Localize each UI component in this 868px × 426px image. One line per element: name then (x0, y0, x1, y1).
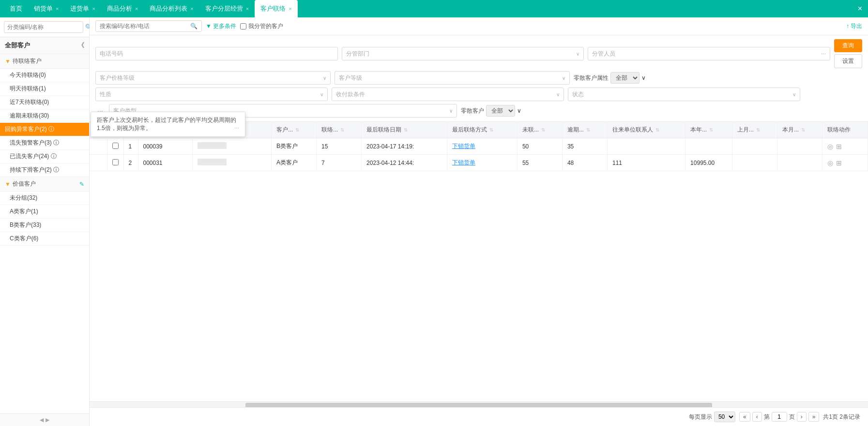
lastcontactmethod-cell[interactable]: 下销货单 (447, 155, 518, 171)
close-icon[interactable]: × (92, 6, 95, 12)
sidebar-item-c-class[interactable]: C类客户(6) (0, 232, 89, 246)
contact-icon[interactable]: ◎ (827, 143, 833, 150)
first-page-button[interactable]: « (739, 412, 750, 422)
settings-button[interactable]: 设置 (834, 54, 862, 68)
sidebar-item-churned[interactable]: 已流失客户(24) ⓘ (0, 150, 89, 163)
lastcontactmethod-cell[interactable]: 下销货单 (447, 138, 518, 155)
sidebar-item-today-contact[interactable]: 今天待联络(0) (0, 69, 89, 82)
prev-page-button[interactable]: ‹ (752, 412, 762, 422)
lastmonth-cell (732, 155, 777, 171)
lastcontactdate-cell: 2023-04-17 14:19: (362, 138, 447, 155)
payment-terms-field[interactable]: 收付款条件 ∨ (332, 88, 564, 101)
table-thismonth-col[interactable]: 本月... ⇅ (777, 122, 822, 138)
status-field[interactable]: 状态 ∨ (568, 88, 800, 101)
horizontal-scrollbar[interactable] (90, 401, 868, 407)
retail-attr-field[interactable]: 零散客户属性 全部 ∨ (574, 72, 800, 84)
sidebar-item-b-class[interactable]: B类客户(33) (0, 219, 89, 232)
sort-icon: ⇅ (756, 127, 760, 132)
more-conditions-button[interactable]: ▼ 更多条件 (206, 22, 236, 30)
index-cell: 1 (123, 138, 138, 155)
search-input[interactable] (100, 23, 190, 29)
retail-attr-select[interactable]: 全部 (610, 72, 640, 84)
sidebar-item-repurchase-abnormal[interactable]: 回购异常客户(2) ⓘ (0, 123, 89, 136)
nav-customer-tier[interactable]: 客户分层经营 × (199, 0, 255, 17)
table-unitcontact-col[interactable]: 往来单位联系人 ⇅ (608, 122, 685, 138)
retail-customer-field[interactable]: 零散客户 全部 ∨ (461, 105, 800, 117)
page-size-select[interactable]: 50 (714, 411, 735, 422)
name-cell (192, 155, 271, 171)
row-checkbox[interactable] (112, 159, 119, 165)
close-all-button[interactable]: × (858, 4, 862, 13)
query-button[interactable]: 查询 (834, 39, 862, 52)
export-button[interactable]: ↑ 导出 (846, 22, 862, 30)
table-lastmonth-col[interactable]: 上月... ⇅ (732, 122, 777, 138)
checkbox-cell[interactable] (107, 155, 123, 171)
nav-sales-order[interactable]: 销货单 × (28, 0, 64, 17)
sidebar-item-overdue-contact[interactable]: 逾期未联络(30) (0, 109, 89, 123)
phone-field[interactable]: 电话号码 (95, 47, 338, 60)
nav-purchase-order[interactable]: 进货单 × (64, 0, 101, 17)
filter-icon: ▼ (206, 23, 212, 29)
table-lastcontactmethod-col[interactable]: 最后联络方式 ⇅ (447, 122, 518, 138)
data-table-container: ⚙ 客户编码 ⇅ 客户名称 ⇅ (90, 122, 868, 401)
collapse-icon[interactable]: 《 (78, 41, 84, 50)
close-icon[interactable]: × (135, 6, 138, 12)
next-page-button[interactable]: › (797, 412, 807, 422)
gender-field[interactable]: 性质 ∨ (95, 88, 328, 101)
retail-customer-select[interactable]: 全部 (486, 105, 515, 117)
sidebar-search-input[interactable] (4, 21, 83, 33)
sort-icon: ⇅ (801, 127, 805, 132)
last-page-button[interactable]: » (808, 412, 820, 422)
table-customertype-col[interactable]: 客户... ⇅ (271, 122, 316, 138)
checkbox-cell[interactable] (107, 138, 123, 155)
dept-field[interactable]: 分管部门 ∨ (342, 47, 584, 60)
sort-icon: ⇅ (541, 127, 545, 132)
sidebar-item-churn-warning[interactable]: 流失预警客户(3) ⓘ (0, 136, 89, 150)
table-overdue-col[interactable]: 逾期... ⇅ (562, 122, 607, 138)
nav-home[interactable]: 首页 (4, 0, 28, 17)
contact-icon[interactable]: ◎ (827, 159, 833, 167)
nav-product-analysis-list[interactable]: 商品分析列表 × (144, 0, 199, 17)
table-lastcontactdate-col[interactable]: 最后联络日期 ⇅ (362, 122, 447, 138)
page-number-input[interactable] (772, 412, 787, 422)
nav-customer-contact[interactable]: 客户联络 × (255, 0, 297, 17)
sidebar-group-value-customer[interactable]: ▼ 价值客户 ✎ (0, 177, 89, 191)
ellipsis-icon[interactable]: ··· (821, 50, 826, 57)
all-customers-header[interactable]: 全部客户 《 (0, 37, 89, 54)
sidebar-bottom-arrow[interactable]: ◀ ▶ (40, 417, 49, 423)
nav-product-analysis[interactable]: 商品分析 × (101, 0, 144, 17)
settings-cell (90, 155, 107, 171)
action-icons: ◎ ⊞ (827, 159, 863, 167)
price-level-field[interactable]: 客户价格等级 ∨ (95, 71, 331, 85)
row-checkbox[interactable] (112, 143, 119, 149)
sidebar-item-a-class[interactable]: A类客户(1) (0, 205, 89, 219)
sidebar-item-declining[interactable]: 持续下滑客户(2) ⓘ (0, 163, 89, 177)
sidebar-item-ungrouped[interactable]: 未分组(32) (0, 191, 89, 205)
sidebar-item-tomorrow-contact[interactable]: 明天待联络(1) (0, 82, 89, 96)
close-icon[interactable]: × (56, 6, 59, 12)
table-thisyear-col[interactable]: 本年... ⇅ (685, 122, 732, 138)
grid-icon[interactable]: ⊞ (836, 159, 842, 167)
close-icon[interactable]: × (190, 6, 193, 12)
close-icon[interactable]: × (246, 6, 249, 12)
edit-icon[interactable]: ✎ (79, 181, 84, 188)
my-customer-filter[interactable]: 我分管的客户 (240, 22, 283, 30)
sidebar-group-pending-contact[interactable]: ▼ 待联络客户 (0, 54, 89, 69)
my-customer-checkbox[interactable] (240, 23, 246, 29)
content-area: 距客户上次交易时长，超过了此客户的平均交易周期的1.5倍，则视为异常。 ··· … (90, 17, 868, 426)
sidebar-item-7days-contact[interactable]: 近7天待联络(0) (0, 96, 89, 109)
table-contact-col[interactable]: 联络... ⇅ (317, 122, 362, 138)
sidebar: 🔍 全部客户 《 ▼ 待联络客户 今天待联络(0) 明天待联络(1) 近7天待联… (0, 17, 90, 426)
sort-icon: ⇅ (655, 127, 659, 132)
close-icon[interactable]: × (289, 6, 291, 12)
grid-icon[interactable]: ⊞ (836, 143, 842, 150)
tooltip-dots[interactable]: ··· (234, 124, 239, 131)
dropdown-arrow-icon: ∨ (323, 75, 326, 81)
table-row: 2 000031 A类客户 7 2023-04-12 14:44: 下销货单 5… (90, 155, 868, 171)
contact-cell: 7 (317, 155, 362, 171)
customer-level-field[interactable]: 客户等级 ∨ (335, 71, 570, 85)
sidebar-content: 全部客户 《 ▼ 待联络客户 今天待联络(0) 明天待联络(1) 近7天待联络(… (0, 37, 89, 413)
search-icon[interactable]: 🔍 (190, 23, 198, 29)
manager-field[interactable]: 分管人员 ··· (588, 47, 830, 60)
table-unpaid-col[interactable]: 未联... ⇅ (517, 122, 562, 138)
